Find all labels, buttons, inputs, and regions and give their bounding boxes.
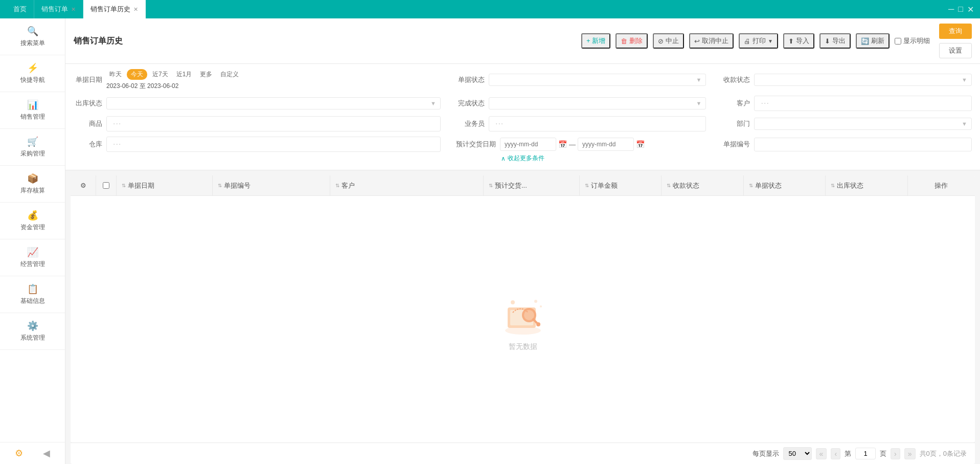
tab-sales-order[interactable]: 销售订单 ✕ [34,0,83,18]
th-settings[interactable]: ⚙ [71,175,96,195]
th-date-label: 单据日期 [128,181,154,190]
th-customer-sort-icon[interactable]: ⇅ [335,183,339,188]
page-header: 销售订单历史 + 新增 🗑 删除 ⊘ 中止 ↩ 取消中止 [65,18,980,64]
th-no: ⇅ 单据编号 [213,175,330,195]
shortcut-custom[interactable]: 自定义 [217,69,242,80]
order-no-input[interactable] [754,138,972,151]
th-checkbox[interactable] [96,175,117,195]
import-button[interactable]: ⬆ 导入 [783,33,814,49]
th-no-sort-icon[interactable]: ⇅ [218,183,222,188]
window-minimize-icon[interactable]: ─ [948,5,954,14]
pay-status-select[interactable]: ▼ [754,74,972,86]
salesperson-dots[interactable]: ··· [495,119,504,128]
display-detail-checkbox[interactable]: 显示明细 [895,36,930,46]
toolbar: + 新增 🗑 删除 ⊘ 中止 ↩ 取消中止 🖨 [581,24,972,58]
first-page-button[interactable]: « [816,448,827,459]
last-page-button[interactable]: » [904,448,916,459]
print-button[interactable]: 🖨 打印 ▼ [739,33,778,49]
sidebar-settings-icon[interactable]: ⚙ [15,448,23,459]
salesperson-select[interactable]: ··· [489,116,706,131]
tab-home-label: 首页 [13,5,27,14]
delivery-date-to-calendar-icon[interactable]: 📅 [636,140,645,148]
th-amount-sort-icon[interactable]: ⇅ [585,183,589,188]
delivery-date-to[interactable] [578,138,634,151]
page-size-select[interactable]: 50 10 20 100 [783,447,812,460]
next-page-button[interactable]: › [891,448,900,459]
empty-illustration-svg [492,287,554,338]
tab-sales-order-close[interactable]: ✕ [71,6,76,13]
sidebar-item-quick-nav-label: 快捷导航 [20,76,45,84]
out-status-label: 出库状态 [74,99,102,108]
sidebar-item-finance[interactable]: 💰 资金管理 [0,203,65,239]
sidebar-item-system[interactable]: ⚙️ 系统管理 [0,313,65,350]
settings-button[interactable]: 设置 [939,43,972,58]
filter-order-status: 单据状态 ▼ [456,74,706,86]
page-unit: 页 [880,449,886,458]
settings-gear-icon[interactable]: ⚙ [80,182,86,189]
window-close-icon[interactable]: ✕ [967,5,974,14]
filter-warehouse: 仓库 ··· [74,137,441,152]
base-info-icon: 📋 [27,283,38,295]
th-order-status-sort-icon[interactable]: ⇅ [749,183,753,188]
sidebar-item-operations[interactable]: 📈 经营管理 [0,239,65,276]
cancel-stop-icon: ↩ [694,37,700,45]
out-status-select[interactable]: ▼ [106,97,441,109]
sidebar-collapse-icon[interactable]: ◀ [43,448,50,459]
complete-status-select[interactable]: ▼ [489,97,706,109]
customer-dots[interactable]: ··· [761,99,769,108]
order-status-select[interactable]: ▼ [489,74,706,86]
select-all-checkbox[interactable] [103,182,109,189]
collapse-bar[interactable]: ∧ 收起更多条件 [74,152,972,165]
display-detail-input[interactable] [895,38,901,45]
shortcut-today[interactable]: 今天 [127,69,147,80]
refresh-button[interactable]: 🔄 刷新 [856,33,890,49]
cancel-stop-button[interactable]: ↩ 取消中止 [689,33,734,49]
shortcut-7days[interactable]: 近7天 [149,69,171,80]
stop-button[interactable]: ⊘ 中止 [653,33,684,49]
sidebar-item-purchase-label: 采购管理 [20,149,45,158]
goods-select[interactable]: ··· [106,116,441,131]
th-pay-status-sort-icon[interactable]: ⇅ [667,183,671,188]
tab-sales-order-history[interactable]: 销售订单历史 ✕ [83,0,146,18]
table-header: ⚙ ⇅ 单据日期 ⇅ 单据编号 ⇅ 客户 ⇅ [71,175,975,196]
dept-select[interactable]: ▼ [754,118,972,130]
delivery-date-from-calendar-icon[interactable]: 📅 [558,140,567,148]
th-out-status-sort-icon[interactable]: ⇅ [831,183,835,188]
shortcut-1month[interactable]: 近1月 [173,69,195,80]
shortcut-yesterday[interactable]: 昨天 [106,69,125,80]
customer-label: 客户 [721,99,750,108]
window-maximize-icon[interactable]: □ [958,5,963,14]
th-customer: ⇅ 客户 [330,175,484,195]
sidebar-item-search-menu[interactable]: 🔍 搜索菜单 [0,18,65,55]
new-button[interactable]: + 新增 [581,33,610,49]
th-delivery-sort-icon[interactable]: ⇅ [489,183,493,188]
sidebar-item-finance-label: 资金管理 [20,223,45,232]
tab-home[interactable]: 首页 [6,0,34,18]
sidebar-item-sales[interactable]: 📊 销售管理 [0,92,65,129]
filter-out-status: 出库状态 ▼ [74,97,441,109]
sidebar-item-quick-nav[interactable]: ⚡ 快捷导航 [0,55,65,92]
sidebar-item-inventory[interactable]: 📦 库存核算 [0,166,65,203]
goods-label: 商品 [74,119,102,128]
delete-button[interactable]: 🗑 删除 [616,33,648,49]
export-button[interactable]: ⬇ 导出 [819,33,851,49]
tab-sales-order-history-close[interactable]: ✕ [133,6,138,13]
customer-select[interactable]: ··· [754,96,972,111]
warehouse-dots[interactable]: ··· [113,140,121,149]
print-icon: 🖨 [744,37,750,45]
warehouse-select[interactable]: ··· [106,137,441,152]
th-delivery-label: 预计交货... [495,181,527,190]
prev-page-button[interactable]: ‹ [831,448,840,459]
shortcut-more[interactable]: 更多 [197,69,215,80]
page-number-input[interactable] [855,448,876,459]
top-bar-right: ─ □ ✕ [948,5,974,14]
sidebar-item-base-info[interactable]: 📋 基础信息 [0,276,65,313]
th-date-sort-icon[interactable]: ⇅ [122,183,126,188]
delivery-date-from[interactable] [500,138,556,151]
sidebar-item-purchase[interactable]: 🛒 采购管理 [0,129,65,166]
query-button[interactable]: 查询 [939,24,972,39]
content-area: 销售订单历史 + 新增 🗑 删除 ⊘ 中止 ↩ 取消中止 [65,18,980,464]
purchase-icon: 🛒 [27,136,38,147]
collapse-text: 收起更多条件 [508,154,544,163]
goods-dots[interactable]: ··· [113,119,121,128]
